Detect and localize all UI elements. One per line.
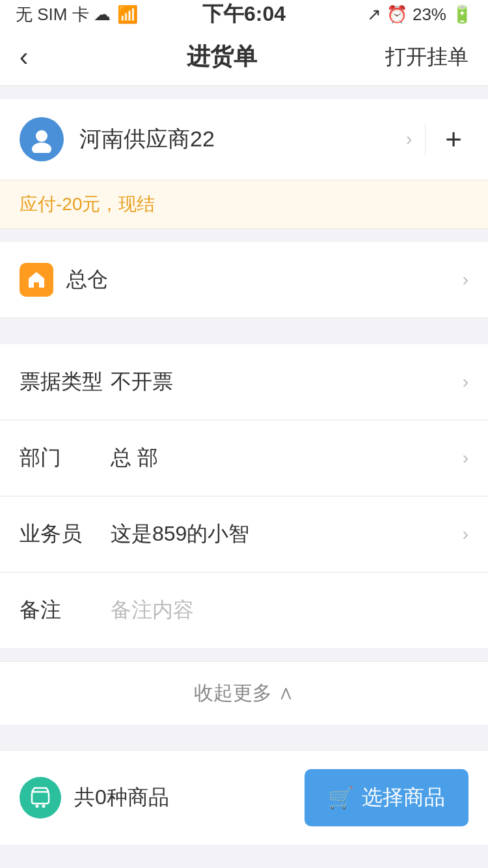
svg-point-3 [36,805,39,808]
battery-text: 23% [413,5,446,25]
ticket-type-chevron-icon: › [463,372,468,392]
status-left: 无 SIM 卡 ☁ 📶 [16,3,138,26]
ticket-type-value: 不开票 [111,368,456,396]
section-gap-3 [0,318,488,331]
supplier-chevron-icon: › [406,129,412,150]
warehouse-section: 总仓 › [0,242,488,318]
department-value: 总 部 [111,444,456,472]
section-gap-1 [0,86,488,99]
salesperson-chevron-icon: › [463,524,468,545]
status-right: ↗ ⏰ 23% 🔋 [367,5,472,25]
ticket-type-label: 票据类型 [20,368,111,396]
department-chevron-icon: › [463,448,468,468]
back-button[interactable]: ‹ [20,42,59,72]
house-icon [26,269,47,290]
section-gap-4 [0,725,488,738]
product-count: 共0种商品 [74,783,305,812]
warehouse-name: 总仓 [66,265,456,294]
alarm-icon: ⏰ [386,5,407,25]
open-pending-button[interactable]: 打开挂单 [385,43,468,72]
form-section: 票据类型 不开票 › 部门 总 部 › 业务员 这是859的小智 › 备注 备注… [0,344,488,648]
bottom-bar: 共0种商品 🛒 选择商品 [0,751,488,845]
section-gap-2 [0,229,488,242]
page-title: 进货单 [187,41,257,73]
salesperson-value: 这是859的小智 [111,520,456,549]
remark-input[interactable]: 备注内容 [111,596,468,625]
nav-bar: ‹ 进货单 打开挂单 [0,29,488,86]
svg-point-1 [32,142,51,153]
supplier-section: 河南供应商22 › + 应付-20元，现结 [0,99,488,229]
department-label: 部门 [20,444,111,472]
cart-icon [28,785,53,810]
svg-point-4 [42,805,46,808]
select-btn-label: 选择商品 [362,783,445,812]
department-row[interactable]: 部门 总 部 › [0,420,488,496]
product-cart-icon [20,777,61,819]
supplier-avatar [20,117,64,161]
status-bar: 无 SIM 卡 ☁ 📶 下午6:04 ↗ ⏰ 23% 🔋 [0,0,488,29]
sim-text: 无 SIM 卡 ☁ [16,3,111,26]
collapse-button[interactable]: 收起更多 ∧ [0,661,488,725]
add-supplier-button[interactable]: + [439,123,468,156]
supplier-divider [425,123,426,156]
supplier-name: 河南供应商22 [79,124,400,154]
location-icon: ↗ [367,5,381,25]
main-content: 河南供应商22 › + 应付-20元，现结 总仓 › 票据类型 不开票 [0,86,488,868]
supplier-row[interactable]: 河南供应商22 › + [0,99,488,180]
ticket-type-row[interactable]: 票据类型 不开票 › [0,344,488,420]
wifi-icon: 📶 [117,5,138,25]
svg-point-0 [36,130,47,142]
select-product-button[interactable]: 🛒 选择商品 [305,769,468,826]
warehouse-row[interactable]: 总仓 › [0,242,488,318]
remark-row[interactable]: 备注 备注内容 [0,573,488,648]
select-icon: 🛒 [328,785,354,810]
salesperson-row[interactable]: 业务员 这是859的小智 › [0,496,488,573]
avatar-icon [28,126,55,153]
battery-icon: 🔋 [452,5,472,25]
notice-banner: 应付-20元，现结 [0,180,488,229]
salesperson-label: 业务员 [20,520,111,549]
status-time: 下午6:04 [202,0,286,29]
remark-label: 备注 [20,596,111,625]
warehouse-chevron-icon: › [463,269,468,290]
svg-rect-2 [32,792,49,804]
warehouse-icon [20,263,53,297]
notice-text: 应付-20元，现结 [20,194,155,214]
